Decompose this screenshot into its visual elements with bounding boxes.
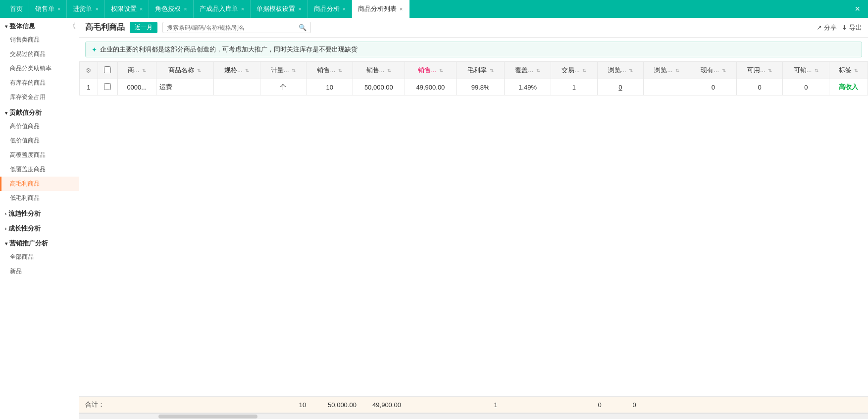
share-button[interactable]: ↗ 分享 <box>817 23 837 32</box>
tab-purchase-order[interactable]: 进货单 × <box>67 0 104 18</box>
sidebar-item-all-goods[interactable]: 全部商品 <box>0 250 79 264</box>
row-view1[interactable]: 0 <box>597 79 644 95</box>
row-name: 运费 <box>156 79 213 95</box>
table-container: ⚙ 商... ⇅ 商品名称 ⇅ 规格... ⇅ 计量... ⇅ 销售... ⇅ … <box>79 61 868 396</box>
sidebar-group-growth[interactable]: › 成长性分析 <box>0 220 79 235</box>
close-tab-product-analysis[interactable]: × <box>343 6 346 12</box>
tab-product-analysis-list[interactable]: 商品分析列表 × <box>352 0 409 18</box>
row-code: 0000... <box>117 79 156 95</box>
sidebar-item-traded-goods[interactable]: 交易过的商品 <box>0 47 79 61</box>
search-icon[interactable]: 🔍 <box>299 24 306 31</box>
col-sale-amount[interactable]: 销售... ⇅ <box>353 62 405 79</box>
tab-product-inbound[interactable]: 产成品入库单 × <box>194 0 251 18</box>
arrow-growth-icon: › <box>5 226 6 232</box>
arrow-overall-icon: ▾ <box>5 24 7 29</box>
col-current-stock[interactable]: 现有... ⇅ <box>690 62 737 79</box>
page-title: 高毛利商品 <box>85 22 125 33</box>
footer-total-row: 合计： 10 50,000.00 49,900.00 1 <box>79 396 868 413</box>
sidebar-item-low-value[interactable]: 低价值商品 <box>0 134 79 148</box>
sidebar-item-high-margin[interactable]: 高毛利商品 <box>0 177 79 191</box>
col-coverage[interactable]: 覆盖... ⇅ <box>505 62 551 79</box>
col-available-stock[interactable]: 可用... ⇅ <box>736 62 783 79</box>
close-tab-product-analysis-list[interactable]: × <box>400 6 403 12</box>
close-tab-sales-order[interactable]: × <box>57 6 60 12</box>
close-tab-permission-settings[interactable]: × <box>140 6 143 12</box>
footer-sale-amount: 50,000.00 <box>320 401 364 409</box>
close-tab-template-settings[interactable]: × <box>298 6 301 12</box>
content-area: 高毛利商品 近一月 🔍 ↗ 分享 ⬇ 导出 ✦ 企业的主要的利润都是这部分商品创… <box>79 18 868 419</box>
info-icon: ✦ <box>92 46 97 53</box>
col-tag[interactable]: 标签 ⇅ <box>829 62 868 79</box>
col-view2[interactable]: 浏览... ⇅ <box>644 62 690 79</box>
tab-product-analysis[interactable]: 商品分析 × <box>308 0 352 18</box>
col-code[interactable]: 商... ⇅ <box>117 62 156 79</box>
tab-role-auth[interactable]: 角色授权 × <box>149 0 193 18</box>
sidebar-collapse-button[interactable]: 《 <box>69 22 76 31</box>
search-input[interactable] <box>167 24 299 31</box>
sidebar-item-low-coverage[interactable]: 低覆盖度商品 <box>0 162 79 177</box>
footer-available-stock: 0 <box>617 401 652 409</box>
col-sale-profit[interactable]: 销售... ⇅ <box>405 62 457 79</box>
row-index: 1 <box>80 79 98 95</box>
sidebar-group-trend[interactable]: › 流趋性分析 <box>0 205 79 220</box>
sidebar-group-marketing[interactable]: ▾ 营销推广分析 <box>0 235 79 250</box>
sidebar-item-low-margin[interactable]: 低毛利商品 <box>0 191 79 205</box>
close-tab-purchase-order[interactable]: × <box>95 6 98 12</box>
arrow-marketing-icon: ▾ <box>5 241 7 246</box>
sidebar-item-category-rate[interactable]: 商品分类助销率 <box>0 61 79 76</box>
tab-permission-settings[interactable]: 权限设置 × <box>105 0 149 18</box>
sidebar-item-in-stock-goods[interactable]: 有库存的商品 <box>0 76 79 90</box>
settings-icon[interactable]: ⚙ <box>86 67 92 74</box>
scrollbar-thumb[interactable] <box>158 415 257 419</box>
content-header: 高毛利商品 近一月 🔍 ↗ 分享 ⬇ 导出 <box>79 18 868 38</box>
select-all-checkbox[interactable] <box>104 66 111 73</box>
close-all-button[interactable]: × <box>851 4 864 14</box>
col-sellable-stock[interactable]: 可销... ⇅ <box>783 62 829 79</box>
col-transaction[interactable]: 交易... ⇅ <box>551 62 597 79</box>
sidebar: 《 ▾ 整体信息 销售类商品 交易过的商品 商品分类助销率 有库存的商品 库存资… <box>0 18 79 419</box>
header-actions: ↗ 分享 ⬇ 导出 <box>817 23 862 32</box>
sidebar-item-high-coverage[interactable]: 高覆盖度商品 <box>0 148 79 162</box>
row-checkbox[interactable] <box>98 79 117 95</box>
tab-sales-order[interactable]: 销售单 × <box>29 0 67 18</box>
row-unit: 个 <box>260 79 306 95</box>
sidebar-item-new-goods[interactable]: 新品 <box>0 264 79 279</box>
col-gross-margin[interactable]: 毛利率 ⇅ <box>457 62 505 79</box>
col-settings[interactable]: ⚙ <box>80 62 98 79</box>
sidebar-item-stock-capital[interactable]: 库存资金占用 <box>0 90 79 104</box>
footer-label: 合计： <box>82 400 112 409</box>
row-sale-qty: 10 <box>306 79 353 95</box>
row-available-stock: 0 <box>736 79 783 95</box>
col-view1[interactable]: 浏览... ⇅ <box>597 62 644 79</box>
tab-template-settings[interactable]: 单据模板设置 × <box>251 0 307 18</box>
row-sale-amount: 50,000.00 <box>353 79 405 95</box>
close-tab-product-inbound[interactable]: × <box>241 6 244 12</box>
col-checkbox[interactable] <box>98 62 117 79</box>
horizontal-scrollbar[interactable] <box>79 413 868 419</box>
date-filter-button[interactable]: 近一月 <box>130 22 157 33</box>
export-button[interactable]: ⬇ 导出 <box>842 23 862 32</box>
row-sale-profit: 49,900.00 <box>405 79 457 95</box>
row-coverage: 1.49% <box>505 79 551 95</box>
row-sellable-stock: 0 <box>783 79 829 95</box>
sidebar-group-overall[interactable]: ▾ 整体信息 <box>0 18 79 33</box>
share-icon: ↗ <box>817 24 822 31</box>
col-sale-qty[interactable]: 销售... ⇅ <box>306 62 353 79</box>
search-box: 🔍 <box>162 22 311 33</box>
arrow-contribution-icon: ▾ <box>5 110 7 116</box>
sidebar-item-high-value[interactable]: 高价值商品 <box>0 119 79 134</box>
row-gross-margin: 99.8% <box>457 79 505 95</box>
row-transaction: 1 <box>551 79 597 95</box>
col-spec[interactable]: 规格... ⇅ <box>213 62 260 79</box>
main-layout: 《 ▾ 整体信息 销售类商品 交易过的商品 商品分类助销率 有库存的商品 库存资… <box>0 18 868 419</box>
col-unit[interactable]: 计量... ⇅ <box>260 62 306 79</box>
col-name[interactable]: 商品名称 ⇅ <box>156 62 213 79</box>
sidebar-group-contribution[interactable]: ▾ 贡献值分析 <box>0 104 79 119</box>
close-tab-role-auth[interactable]: × <box>184 6 187 12</box>
footer-sale-profit: 49,900.00 <box>364 401 409 409</box>
sidebar-item-sales-goods[interactable]: 销售类商品 <box>0 33 79 47</box>
top-navigation: 首页 销售单 × 进货单 × 权限设置 × 角色授权 × 产成品入库单 × 单据… <box>0 0 868 18</box>
footer-sale-qty: 10 <box>285 401 320 409</box>
row-tag: 高收入 <box>829 79 868 95</box>
tab-home[interactable]: 首页 <box>4 0 29 18</box>
